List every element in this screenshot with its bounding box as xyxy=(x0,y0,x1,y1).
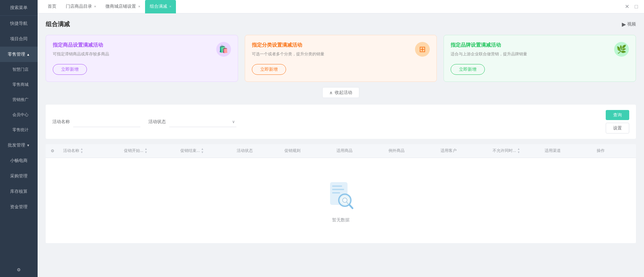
tab-store-catalog-close[interactable]: × xyxy=(94,4,96,8)
th-goods: 适用商品 xyxy=(332,148,384,154)
query-button[interactable]: 查询 xyxy=(606,110,629,120)
collapse-label: 收起活动 xyxy=(335,90,352,96)
search-status-label: 活动状态 xyxy=(148,119,166,125)
th-notallow-label: 不允许同时... xyxy=(493,148,516,154)
th-customer: 适用客户 xyxy=(436,148,489,154)
card-category-desc: 可选一个或者多个分类，提升分类的销量 xyxy=(252,51,430,59)
sidebar-item-retail-stats[interactable]: 零售统计 xyxy=(0,122,38,137)
tab-mini-store-label: 微商城店铺设置 xyxy=(105,3,136,9)
collapse-bar: ∧ 收起活动 xyxy=(46,87,636,98)
th-action: 操作 xyxy=(593,148,636,154)
tab-combo-discount[interactable]: 组合满减 × xyxy=(145,0,176,13)
card-goods-title: 指定商品设置满减活动 xyxy=(53,42,231,48)
search-status-select[interactable] xyxy=(169,116,236,127)
th-start-label: 促销开始... xyxy=(124,148,143,154)
th-rule: 促销规则 xyxy=(280,148,332,154)
th-promo-end[interactable]: 促销结束... ▲▼ xyxy=(176,148,233,154)
svg-rect-2 xyxy=(332,189,344,190)
card-brand-icon: 🌿 xyxy=(614,42,629,57)
sidebar-item-xiaochang-ecom[interactable]: 小畅电商 xyxy=(0,153,38,168)
th-except-label: 例外商品 xyxy=(388,148,405,153)
th-customer-label: 适用客户 xyxy=(441,148,457,153)
wholesale-mgmt-label: 批发管理 xyxy=(8,142,25,148)
th-name-label: 活动名称 xyxy=(63,148,79,154)
sidebar-item-inventory-calc[interactable]: 库存核算 xyxy=(0,184,38,199)
card-goods-icon: 🛍️ xyxy=(216,42,231,57)
settings-icon: ⚙ xyxy=(51,149,54,153)
sidebar-item-project-contract[interactable]: 项目合同 xyxy=(0,31,38,47)
card-category-title: 指定分类设置满减活动 xyxy=(252,42,430,48)
th-channel: 适用渠道 xyxy=(541,148,593,154)
th-end-label: 促销结束... xyxy=(180,148,200,154)
svg-line-6 xyxy=(349,205,353,208)
th-settings[interactable]: ⚙ xyxy=(46,149,59,153)
sidebar-item-member-center[interactable]: 会员中心 xyxy=(0,107,38,122)
tab-mini-store-settings[interactable]: 微商城店铺设置 × xyxy=(101,0,145,13)
sort-arrows-end: ▲▼ xyxy=(201,148,204,154)
card-brand-desc: 适合与上游企业联合做营销，提升品牌销量 xyxy=(451,51,629,59)
tab-home-label: 首页 xyxy=(48,3,56,9)
setting-button[interactable]: 设置 xyxy=(606,123,629,133)
th-goods-label: 适用商品 xyxy=(336,148,353,153)
tab-store-catalog-label: 门店商品目录 xyxy=(66,3,92,9)
tab-combo-discount-label: 组合满减 xyxy=(150,3,167,9)
th-promo-start[interactable]: 促销开始... ▲▼ xyxy=(120,148,176,154)
sidebar-item-smart-store[interactable]: 智慧门店 xyxy=(0,62,38,77)
tab-mini-store-close[interactable]: × xyxy=(138,4,140,8)
empty-text: 暂无数据 xyxy=(332,217,350,223)
card-brand-btn[interactable]: 立即新增 xyxy=(451,64,485,75)
empty-state: 暂无数据 xyxy=(46,158,636,243)
th-status-label: 活动状态 xyxy=(237,148,253,153)
card-category-btn[interactable]: 立即新增 xyxy=(252,64,286,75)
search-bar: 活动名称 活动状态 ∨ 查询 设置 xyxy=(46,105,636,139)
search-status-select-wrapper: ∨ xyxy=(169,116,236,127)
sidebar-item-retail-mall[interactable]: 零售商城 xyxy=(0,77,38,92)
play-circle-icon: ▶ xyxy=(622,21,626,27)
card-category: ⊞ 指定分类设置满减活动 可选一个或者多个分类，提升分类的销量 立即新增 xyxy=(245,35,437,82)
sort-arrows-notallow: ▲▼ xyxy=(517,148,520,154)
sidebar-search[interactable]: 搜索菜单 xyxy=(0,0,38,16)
empty-illustration xyxy=(324,178,358,212)
collapse-btn[interactable]: ∧ 收起活动 xyxy=(322,87,359,98)
table-header: ⚙ 活动名称 ▲▼ 促销开始... ▲▼ 促销结束... ▲▼ 活动状态 xyxy=(46,144,636,158)
tab-store-catalog[interactable]: 门店商品目录 × xyxy=(61,0,101,13)
sidebar: 搜索菜单 快捷导航 项目合同 零售管理 ▲ 智慧门店 零售商城 营销推广 会员中… xyxy=(0,0,38,277)
th-status: 活动状态 xyxy=(233,148,280,154)
retail-mgmt-arrow: ▲ xyxy=(27,53,30,56)
search-status-field: 活动状态 ∨ xyxy=(148,116,236,127)
window-close-btn[interactable]: ✕ xyxy=(624,3,630,10)
video-link[interactable]: ▶ 视频 xyxy=(622,21,636,27)
card-brand: 🌿 指定品牌设置满减活动 适合与上游企业联合做营销，提升品牌销量 立即新增 xyxy=(444,35,636,82)
card-goods-desc: 可指定滞销商品或库存较多商品 xyxy=(53,51,231,59)
sort-arrows-name: ▲▼ xyxy=(80,148,83,154)
window-resize-btn[interactable]: □ xyxy=(634,3,639,10)
sort-arrows-start: ▲▼ xyxy=(144,148,147,154)
card-brand-title: 指定品牌设置满减活动 xyxy=(451,42,629,48)
sidebar-item-capital-mgmt[interactable]: 资金管理 xyxy=(0,199,38,215)
th-not-allow[interactable]: 不允许同时... ▲▼ xyxy=(489,148,541,154)
tabs-right-controls: ✕ □ xyxy=(624,3,639,10)
search-actions: 查询 设置 xyxy=(606,110,629,133)
promo-cards-row: 🛍️ 指定商品设置满减活动 可指定滞销商品或库存较多商品 立即新增 ⊞ 指定分类… xyxy=(46,35,636,82)
svg-rect-1 xyxy=(332,185,342,187)
card-goods-btn[interactable]: 立即新增 xyxy=(53,64,87,75)
sidebar-item-retail-mgmt[interactable]: 零售管理 ▲ xyxy=(0,47,38,62)
th-action-label: 操作 xyxy=(597,148,605,153)
th-rule-label: 促销规则 xyxy=(284,148,301,153)
page-title: 组合满减 xyxy=(46,20,70,28)
search-name-field: 活动名称 xyxy=(52,116,140,127)
tab-combo-discount-close[interactable]: × xyxy=(169,4,171,8)
search-name-input[interactable] xyxy=(73,116,140,127)
sidebar-settings[interactable]: ⚙ xyxy=(0,263,38,277)
th-channel-label: 适用渠道 xyxy=(545,148,561,153)
sidebar-item-wholesale-mgmt[interactable]: 批发管理 ▼ xyxy=(0,137,38,153)
th-name[interactable]: 活动名称 ▲▼ xyxy=(59,148,120,154)
sidebar-item-marketing[interactable]: 营销推广 xyxy=(0,92,38,107)
wholesale-mgmt-arrow: ▼ xyxy=(27,144,30,147)
page-header: 组合满减 ▶ 视频 xyxy=(46,20,636,28)
th-except-goods: 例外商品 xyxy=(384,148,436,154)
search-name-label: 活动名称 xyxy=(52,119,70,125)
sidebar-item-purchase-mgmt[interactable]: 采购管理 xyxy=(0,168,38,184)
tab-home[interactable]: 首页 xyxy=(43,0,61,13)
sidebar-item-quick-nav[interactable]: 快捷导航 xyxy=(0,16,38,31)
